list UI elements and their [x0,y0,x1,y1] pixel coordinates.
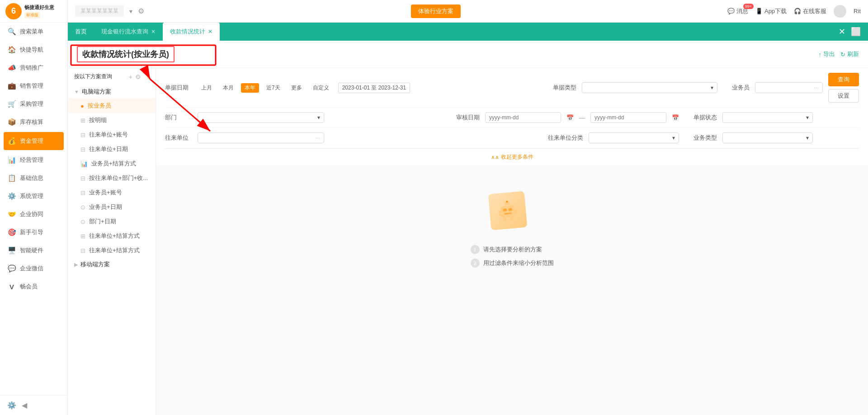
search-icon: 🔍 [7,27,16,36]
sidebar-item-system[interactable]: ⚙️ 系统管理 [0,187,67,205]
panel-collapse-btn[interactable]: 《 [144,73,149,80]
sidebar-item-label: 企业微信 [20,264,43,273]
tab-collection-stat[interactable]: 收款情况统计 ✕ [163,23,220,41]
mobile-section-title[interactable]: ▶ 移动端方案 [68,258,156,271]
sidebar-item-label: 智能硬件 [20,246,43,255]
empty-state-area: 1 请先选择要分析的方案 2 用过滤条件来缩小分析范围 [156,165,868,415]
panel-item-party-dept[interactable]: ⊟ 按往来单位+部门+收... [68,171,156,185]
sidebar-item-base[interactable]: 📋 基础信息 [0,169,67,187]
date-tab-more[interactable]: 更多 [288,83,306,93]
date-tab-7days[interactable]: 近7天 [263,83,284,93]
online-service-btn[interactable]: 🎧 在线客服 [794,7,826,15]
export-icon: ↑ [819,51,822,58]
tab-home-label: 首页 [75,28,87,36]
panel-item-by-salesperson[interactable]: ● 按业务员 [68,99,156,113]
dept-select[interactable]: ▾ [198,112,324,123]
header-gear-icon[interactable]: ⚙ [138,7,144,15]
tab-collection-stat-label: 收款情况统计 [170,28,205,36]
tab-close-all-icon[interactable]: ✕ [839,27,845,37]
sidebar-item-wechat[interactable]: 💬 企业微信 [0,259,67,278]
settings-bottom-icon[interactable]: ⚙️ [7,401,16,410]
panel-item-party-account[interactable]: ⊟ 往来单位+账号 [68,127,156,142]
panel-item-salesperson-settlement[interactable]: 📊 业务员+结算方式 [68,156,156,171]
query-btn-group: 查询 设置 [828,73,859,103]
member-icon: V [7,282,16,291]
sidebar-item-sales[interactable]: 💼 销售管理 [0,77,67,95]
party-label: 往来单位 [165,134,192,142]
sidebar-item-label: 库存核算 [20,118,43,126]
sidebar-item-corp[interactable]: 🤝 企业协同 [0,205,67,223]
sidebar-item-operations[interactable]: 📊 经营管理 [0,151,67,169]
sidebar-item-finance[interactable]: 💰 资金管理 [4,132,64,150]
party-category-select[interactable]: ▾ [589,132,679,143]
date-tab-this-month[interactable]: 本月 [219,83,237,93]
export-btn[interactable]: ↑ 导出 [819,50,835,58]
panel-item-party-settlement1[interactable]: ⊞ 往来单位+结算方式 [68,229,156,243]
page-header: 收款情况统计(按业务员) ↑ 导出 ↻ 刷新 [68,41,868,68]
sidebar-item-search[interactable]: 🔍 搜索菜单 [0,23,67,41]
refresh-btn[interactable]: ↻ 刷新 [840,50,859,58]
panel-item-dept-date[interactable]: ⊙ 部门+日期 [68,214,156,229]
doc-type-select[interactable]: ▾ [582,82,717,93]
logo-badge: 标准版 [24,12,40,19]
party-category-label: 往来单位分类 [548,134,583,142]
step-1: 1 请先选择要分析的方案 [471,245,554,254]
panel-item-party-date[interactable]: ⊟ 往来单位+日期 [68,142,156,156]
message-icon: 💬 [727,8,735,14]
sidebar-item-guide[interactable]: 🎯 新手引导 [0,223,67,241]
sidebar-item-marketing[interactable]: 📣 营销推广 [0,59,67,77]
tab-maximize-icon[interactable]: ⬜ [851,27,861,37]
panel-item-party-settlement2[interactable]: ⊟ 往来单位+结算方式 [68,243,156,258]
message-btn[interactable]: 💬 消息 99+ [727,7,748,15]
panel-item-salesperson-date[interactable]: ⊙ 业务员+日期 [68,200,156,214]
logo-icon: 6 [5,3,22,19]
breadcrumb-dropdown-icon[interactable]: ▾ [129,8,132,15]
collapse-more-conditions[interactable]: ∧∧ 收起更多条件 [165,148,859,165]
review-date-to[interactable] [590,112,666,123]
doc-status-select[interactable]: ▾ [722,112,813,123]
salesperson-select[interactable]: ··· [755,82,823,93]
sidebar-item-label: 采购管理 [20,100,43,108]
calendar-from-icon[interactable]: 📅 [566,114,574,121]
date-tab-custom[interactable]: 自定义 [309,83,333,93]
date-tab-prev-month[interactable]: 上月 [198,83,216,93]
sidebar-item-inventory[interactable]: 📦 库存核算 [0,113,67,131]
panel-item-salesperson-account[interactable]: ⊟ 业务员+账号 [68,185,156,200]
app-download-btn[interactable]: 📱 App下载 [755,7,787,15]
biz-type-select[interactable]: ▾ [722,132,813,143]
tab-bank-flow[interactable]: 现金银行流水查询 ✕ [94,23,163,41]
salesperson-date-icon: ⊙ [80,204,85,211]
filter-row-2: 部门 ▾ 审核日期 📅 — 📅 单据状态 [165,108,859,128]
mobile-section-icon: ▶ [74,262,78,268]
svg-rect-0 [500,206,515,218]
panel-add-btn[interactable]: + [129,73,132,80]
sidebar-item-quicknav[interactable]: 🏠 快捷导航 [0,41,67,59]
party-select[interactable]: ··· [198,132,324,143]
salesperson-label: 业务员 [732,84,750,92]
sidebar-item-hardware[interactable]: 🖥️ 智能硬件 [0,241,67,259]
svg-rect-9 [510,217,513,221]
top-header: 某某某某某某某 ▾ ⚙ 体验行业方案 💬 消息 99+ 📱 App下载 🎧 在线… [68,0,868,23]
tab-home[interactable]: 首页 [68,23,94,41]
panel-item-by-detail[interactable]: ⊞ 按明细 [68,113,156,127]
query-btn[interactable]: 查询 [828,73,859,86]
sidebar-item-member[interactable]: V 畅会员 [0,278,67,296]
avatar[interactable] [834,5,846,18]
tab-bank-flow-close[interactable]: ✕ [151,29,156,34]
desktop-section-title[interactable]: ▼ 电脑端方案 [68,85,156,99]
date-tab-this-year[interactable]: 本年 [241,83,259,93]
collapse-sidebar-icon[interactable]: ◀ [22,401,27,410]
sidebar-item-label: 销售管理 [20,82,43,90]
sidebar-item-purchase[interactable]: 🛒 采购管理 [0,95,67,113]
sidebar-item-label: 基础信息 [20,174,43,182]
panel-settings-btn[interactable]: ⚙ [135,73,141,80]
review-date-from[interactable] [485,112,561,123]
step-num-2: 2 [471,259,480,268]
tab-collection-stat-close[interactable]: ✕ [208,29,212,34]
app-download-label: App下载 [764,7,787,15]
step-num-1: 1 [471,245,480,254]
setting-btn[interactable]: 设置 [828,89,859,103]
calendar-to-icon[interactable]: 📅 [672,114,679,121]
trial-btn[interactable]: 体验行业方案 [411,5,461,18]
panel-header-title: 按以下方案查询 [74,73,126,80]
